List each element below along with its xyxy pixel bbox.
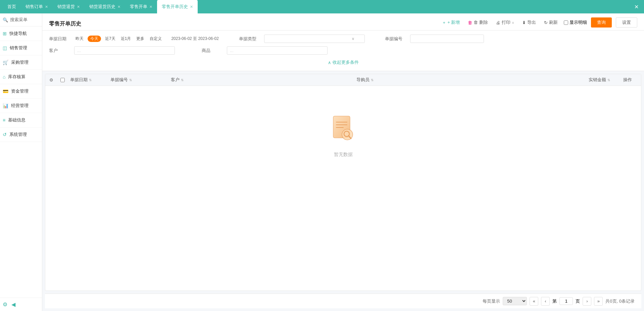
sidebar-item-sales-mgmt-label: 销售管理: [10, 45, 27, 51]
sidebar-item-inventory[interactable]: ⌂ 库存核算: [0, 70, 42, 84]
select-all-checkbox[interactable]: [60, 78, 65, 82]
tab-sales-order[interactable]: 销售订单 ✕: [21, 0, 53, 13]
customer-input[interactable]: ...: [74, 46, 175, 55]
sidebar-item-quick-nav[interactable]: ⊞ 快捷导航: [0, 27, 42, 41]
sidebar-item-sales-mgmt[interactable]: ◫ 销售管理: [0, 41, 42, 55]
th-date[interactable]: 单据日期 ⇅: [67, 77, 108, 83]
sidebar-search[interactable]: 🔍 搜索采单: [0, 13, 42, 27]
sidebar-bottom: ⚙ ◀: [0, 298, 42, 311]
shortcut-yesterday[interactable]: 昨天: [74, 36, 85, 42]
sys-mgmt-icon: ↺: [3, 132, 7, 137]
quick-nav-icon: ⊞: [3, 31, 7, 36]
tab-sales-return-history[interactable]: 销货退货历史 ✕: [85, 0, 125, 13]
search-icon: 🔍: [3, 17, 8, 22]
th-amount[interactable]: 实销金额 ⇅: [574, 77, 614, 83]
tab-retail-open-close[interactable]: ✕: [149, 5, 152, 9]
base-info-icon: ≡: [3, 117, 5, 123]
last-page-button[interactable]: »: [594, 297, 603, 306]
query-button[interactable]: 查询: [591, 17, 612, 28]
num-input[interactable]: [410, 35, 484, 43]
export-button[interactable]: ⬇ 导出: [520, 18, 538, 27]
tab-retail-open-history-close[interactable]: ✕: [190, 5, 193, 9]
tab-retail-open[interactable]: 零售开单 ✕: [125, 0, 157, 13]
refresh-label: 刷新: [549, 19, 558, 25]
app-close-button[interactable]: ✕: [632, 2, 641, 11]
delete-button[interactable]: 🗑 🗑 删除: [466, 18, 490, 27]
sidebar-item-purchase-mgmt[interactable]: 🛒 采购管理: [0, 55, 42, 70]
export-label: 导出: [527, 19, 536, 25]
filter-area: 单据日期 昨天 今天 近7天 近1月 更多 自定义 2023-06-02 至 2…: [42, 31, 644, 71]
empty-text: 暂无数据: [334, 152, 353, 158]
tab-retail-open-history[interactable]: 零售开单历史 ✕: [157, 0, 198, 13]
th-customer-sort-icon: ⇅: [181, 78, 184, 82]
sidebar-collapse-icon[interactable]: ◀: [11, 301, 15, 308]
top-tab-bar: 首页 销售订单 ✕ 销货退货 ✕ 销货退货历史 ✕ 零售开单 ✕ 零售开单历史 …: [0, 0, 644, 13]
refresh-button[interactable]: ↻ 刷新: [542, 18, 560, 27]
shortcut-custom[interactable]: 自定义: [148, 36, 163, 42]
sidebar-item-finance[interactable]: 💳 资金管理: [0, 84, 42, 99]
new-button[interactable]: + + 新增: [441, 18, 462, 27]
per-page-select[interactable]: 10 20 50 100: [503, 297, 527, 305]
inventory-icon: ⌂: [3, 74, 5, 80]
type-select[interactable]: ∨: [264, 35, 365, 43]
table-select-all[interactable]: [57, 78, 67, 82]
goods-input[interactable]: ...: [227, 46, 328, 55]
sidebar-item-sys-mgmt[interactable]: ↺ 系统管理: [0, 127, 42, 142]
tab-home[interactable]: 首页: [3, 0, 21, 13]
operations-icon: 📊: [3, 103, 8, 108]
toolbar: + + 新增 🗑 🗑 删除 🖨 打印 ∨ ⬇ 导出 ↻: [441, 17, 637, 30]
prev-page-button[interactable]: ‹: [541, 297, 550, 306]
sidebar-settings-icon[interactable]: ⚙: [3, 301, 7, 308]
tab-sales-return-close[interactable]: ✕: [77, 5, 80, 9]
shortcut-more[interactable]: 更多: [135, 36, 146, 42]
display-detail-checkbox[interactable]: [564, 20, 568, 25]
next-page-icon: ›: [586, 299, 588, 304]
page-label: 第: [552, 298, 557, 304]
tab-sales-return[interactable]: 销货退货 ✕: [53, 0, 85, 13]
date-filter-label: 单据日期: [49, 36, 67, 42]
sidebar-item-operations[interactable]: 📊 经营管理: [0, 99, 42, 113]
delete-label: 🗑 删除: [474, 19, 488, 25]
sidebar: 🔍 搜索采单 ⊞ 快捷导航 ◫ 销售管理 🛒 采购管理 ⌂ 库存核算 💳 资金管…: [0, 13, 42, 311]
th-num-sort-icon: ⇅: [129, 78, 132, 82]
collapse-button[interactable]: ∧ 收起更多条件: [324, 58, 363, 67]
tab-sales-order-close[interactable]: ✕: [45, 5, 48, 9]
page-total: 共0页, 0条记录: [605, 298, 635, 304]
th-op: 操作: [614, 77, 641, 83]
shortcut-last30[interactable]: 近1月: [119, 36, 133, 42]
sidebar-item-base-info[interactable]: ≡ 基础信息: [0, 113, 42, 127]
first-page-icon: «: [533, 299, 535, 304]
shortcut-today[interactable]: 今天: [88, 36, 101, 42]
setting-button[interactable]: 设置: [616, 17, 637, 28]
page-number-input[interactable]: [559, 297, 573, 305]
sidebar-item-base-info-label: 基础信息: [8, 117, 26, 123]
date-range: 2023-06-02 至 2023-06-02: [171, 36, 218, 42]
type-select-arrow-icon: ∨: [352, 37, 354, 41]
collapse-label: 收起更多条件: [333, 59, 359, 65]
shortcut-last7[interactable]: 近7天: [104, 36, 117, 42]
tab-sales-return-label: 销货退货: [57, 4, 75, 10]
type-filter-label: 单据类型: [239, 36, 257, 42]
table-settings-icon[interactable]: ⚙: [45, 77, 57, 83]
tab-sales-return-history-label: 销货退货历史: [89, 4, 115, 10]
next-page-button[interactable]: ›: [583, 297, 591, 306]
page-header: 零售开单历史 + + 新增 🗑 🗑 删除 🖨 打印 ∨ ⬇ 导出: [42, 13, 644, 31]
first-page-button[interactable]: «: [530, 297, 538, 306]
tab-retail-open-label: 零售开单: [130, 4, 147, 10]
table-header: ⚙ 单据日期 ⇅ 单据编号 ⇅ 客户 ⇅ 导购员 ⇅: [45, 74, 641, 86]
th-guide[interactable]: 导购员 ⇅: [354, 77, 394, 83]
print-button[interactable]: 🖨 打印 ∨: [494, 18, 516, 27]
display-detail[interactable]: 显示明细: [564, 19, 587, 25]
tab-sales-return-history-close[interactable]: ✕: [117, 5, 120, 9]
page-title: 零售开单历史: [49, 20, 81, 28]
th-customer[interactable]: 客户 ⇅: [168, 77, 354, 83]
page-of-label: 页: [576, 298, 580, 304]
sidebar-search-label: 搜索采单: [10, 17, 28, 23]
per-page-label: 每页显示: [483, 298, 500, 304]
new-label: + 新增: [447, 19, 460, 25]
th-num[interactable]: 单据编号 ⇅: [108, 77, 168, 83]
refresh-icon: ↻: [544, 20, 548, 25]
tab-retail-open-history-label: 零售开单历史: [162, 4, 188, 10]
sidebar-item-purchase-mgmt-label: 采购管理: [11, 59, 29, 65]
tab-home-label: 首页: [7, 4, 16, 10]
